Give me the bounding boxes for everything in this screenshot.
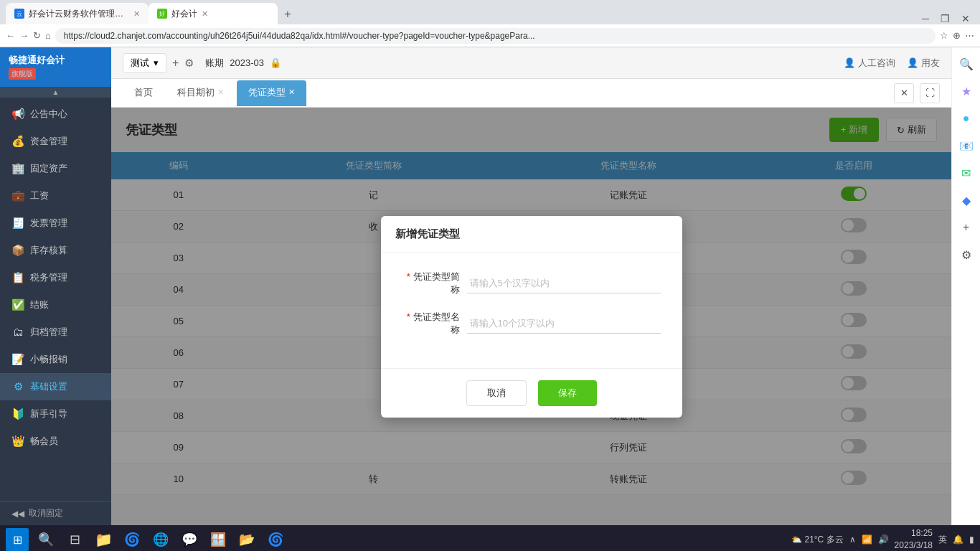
bookmark-btn[interactable]: ☆ (940, 30, 948, 41)
short-input[interactable] (467, 273, 661, 293)
cancel-button[interactable]: 取消 (466, 380, 527, 406)
sidebar-item-label: 结账 (30, 298, 49, 311)
settings-icon: ⚙ (11, 380, 24, 393)
rp-add-btn[interactable]: + (956, 217, 977, 238)
restore-btn[interactable]: ❐ (936, 13, 954, 24)
salary-icon: 💼 (11, 189, 24, 202)
sidebar-item-salary[interactable]: 💼 工资 (0, 182, 111, 209)
tab2-favicon: 好 (157, 9, 167, 19)
sidebar-items: 📢 公告中心 💰 资金管理 🏢 固定资产 💼 工资 🧾 发票管理 📦 库 (0, 98, 111, 501)
name-input[interactable] (467, 314, 661, 334)
sidebar-item-guide[interactable]: 🔰 新手引导 (0, 400, 111, 428)
capital-icon: 💰 (11, 135, 24, 148)
tab-close-panel-btn[interactable]: ✕ (894, 83, 914, 103)
save-button[interactable]: 保存 (538, 380, 597, 406)
member-icon: 👑 (11, 435, 24, 448)
tab-home-label: 首页 (134, 86, 153, 99)
user-button[interactable]: 👤 用友 (907, 57, 940, 70)
tab-voucher-type-close[interactable]: ✕ (288, 88, 295, 97)
scroll-up-indicator[interactable]: ▲ (0, 87, 111, 98)
taskbar-clock: 18:25 2023/3/18 (895, 527, 933, 551)
refresh-btn[interactable]: ↻ (33, 30, 41, 41)
consult-button[interactable]: 👤 人工咨询 (844, 57, 895, 70)
rp-circle-btn[interactable]: ● (956, 108, 977, 129)
more-btn[interactable]: ⋯ (965, 30, 974, 41)
minimize-btn[interactable]: ─ (918, 13, 933, 24)
sidebar-item-announcement[interactable]: 📢 公告中心 (0, 100, 111, 128)
tab-home[interactable]: 首页 (123, 80, 164, 106)
rp-mail-btn[interactable]: 📧 (956, 135, 977, 156)
browser-tab-1[interactable]: 云 好会计云财务软件管理系统_会计 ✕ (6, 3, 149, 24)
sidebar-header: 畅捷通好会计 旗舰版 (0, 47, 111, 87)
sidebar-item-member[interactable]: 👑 畅会员 (0, 428, 111, 455)
sidebar-item-capital[interactable]: 💰 资金管理 (0, 128, 111, 155)
sidebar-item-label: 工资 (30, 189, 49, 202)
taskbar-edge[interactable]: 🌀 (121, 528, 143, 551)
close-btn[interactable]: ✕ (957, 13, 974, 24)
sidebar-item-expense[interactable]: 📝 小畅报销 (0, 346, 111, 373)
home-btn[interactable]: ⌂ (45, 30, 51, 41)
sidebar-item-archive[interactable]: 🗂 归档管理 (0, 319, 111, 346)
sidebar-item-label: 新手引导 (30, 408, 67, 420)
rp-search-btn[interactable]: 🔍 (956, 53, 977, 75)
taskbar-start[interactable]: ⊞ (6, 528, 29, 551)
tab-voucher-type[interactable]: 凭证类型 ✕ (237, 80, 306, 106)
forward-btn[interactable]: → (19, 30, 29, 41)
taskbar-wifi: 📶 (862, 534, 872, 545)
sidebar-item-label: 资金管理 (30, 135, 67, 148)
rp-diamond-btn[interactable]: ◆ (956, 189, 977, 211)
taskbar-browser[interactable]: 🌀 (264, 528, 287, 551)
unpin-icon: ◀◀ (11, 509, 24, 519)
content-area: 凭证类型 + 新增 ↻ 刷新 编码 凭证类型简称 凭证类型名称 (111, 108, 951, 525)
company-selector[interactable]: 测试 ▾ (123, 53, 166, 73)
consult-icon: 👤 (844, 57, 855, 68)
tab1-close[interactable]: ✕ (133, 9, 140, 19)
tab-fullscreen-btn[interactable]: ⛶ (920, 83, 940, 103)
taskbar-desktop[interactable]: ▮ (969, 534, 974, 545)
sidebar-item-label: 固定资产 (30, 162, 67, 175)
taskbar-folder[interactable]: 📂 (235, 528, 258, 551)
modal-title: 新增凭证类型 (395, 227, 460, 240)
sidebar-item-inventory[interactable]: 📦 库存核算 (0, 237, 111, 264)
rp-gear-btn[interactable]: ⚙ (956, 244, 977, 265)
company-dropdown-icon: ▾ (154, 57, 159, 68)
sidebar-item-invoice[interactable]: 🧾 发票管理 (0, 209, 111, 237)
new-tab-button[interactable]: + (278, 4, 298, 24)
settle-icon: ✅ (11, 298, 24, 311)
taskbar-files[interactable]: 📁 (92, 528, 115, 551)
browser-tab-2[interactable]: 好 好会计 ✕ (149, 3, 278, 24)
taskbar-wechat[interactable]: 💬 (178, 528, 201, 551)
back-btn[interactable]: ← (6, 30, 15, 41)
modal-overlay: 新增凭证类型 * 凭证类型简称 * (111, 108, 951, 525)
sidebar-item-settings[interactable]: ⚙ 基础设置 (0, 373, 111, 400)
announcement-icon: 📢 (11, 108, 24, 121)
sidebar-item-settle[interactable]: ✅ 结账 (0, 291, 111, 319)
top-bar: 测试 ▾ + ⚙ 账期 2023-03 🔒 👤 人工咨询 👤 用友 (111, 47, 951, 79)
taskbar-taskview[interactable]: ⊟ (63, 528, 86, 551)
unpin-label: 取消固定 (29, 507, 63, 519)
tab-subjects-close[interactable]: ✕ (217, 88, 224, 97)
taskbar-search[interactable]: 🔍 (34, 528, 57, 551)
tab-subjects[interactable]: 科目期初 ✕ (166, 80, 235, 106)
rp-msg-btn[interactable]: ✉ (956, 162, 977, 184)
tax-icon: 📋 (11, 271, 24, 284)
address-input[interactable] (55, 28, 936, 44)
sidebar-item-tax[interactable]: 📋 税务管理 (0, 264, 111, 291)
taskbar-arrow-up[interactable]: ∧ (849, 534, 856, 545)
rp-star-btn[interactable]: ★ (956, 80, 977, 102)
taskbar-notification[interactable]: 🔔 (953, 534, 963, 545)
settings-btn[interactable]: ⚙ (184, 57, 194, 70)
extension-btn[interactable]: ⊕ (953, 30, 961, 41)
taskbar-chrome[interactable]: 🌐 (149, 528, 172, 551)
period-info: 账期 2023-03 🔒 (205, 57, 281, 70)
sidebar-item-label: 库存核算 (30, 244, 67, 257)
browser-tabs-bar: 云 好会计云财务软件管理系统_会计 ✕ 好 好会计 ✕ + ─ ❐ ✕ (0, 0, 980, 24)
right-panel: 🔍 ★ ● 📧 ✉ ◆ + ⚙ (951, 47, 980, 525)
taskbar-windows[interactable]: 🪟 (207, 528, 230, 551)
user-icon: 👤 (907, 57, 918, 68)
unpin-button[interactable]: ◀◀ 取消固定 (0, 501, 111, 525)
tab-subjects-label: 科目期初 (177, 86, 215, 99)
add-company-btn[interactable]: + (172, 57, 179, 70)
tab2-close[interactable]: ✕ (202, 9, 208, 19)
sidebar-item-fixed-assets[interactable]: 🏢 固定资产 (0, 155, 111, 182)
